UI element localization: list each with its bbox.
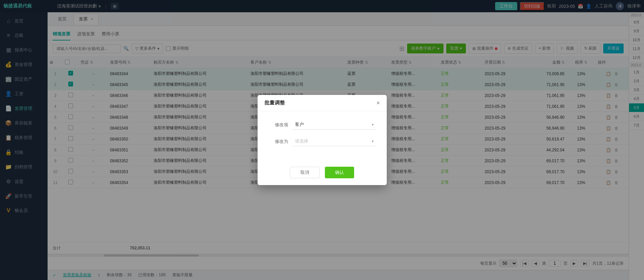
modify-to-row: 修改为 请选择 ▾ — [268, 136, 377, 146]
modify-item-chevron-icon: ▾ — [372, 122, 374, 127]
modify-item-value: 客户 — [295, 121, 304, 128]
modal-cancel-btn[interactable]: 取消 — [290, 167, 320, 178]
modify-to-select[interactable]: 请选择 ▾ — [292, 136, 377, 146]
modify-item-row: 修改项 客户 ▾ — [268, 120, 377, 130]
modal-header: 批量调整 × — [258, 95, 387, 111]
batch-adjust-modal: 批量调整 × 修改项 客户 ▾ 修改为 请选择 ▾ 取消 确认 — [258, 95, 387, 185]
modify-item-select[interactable]: 客户 ▾ — [292, 120, 377, 130]
modal-close-btn[interactable]: × — [377, 100, 380, 106]
modal-title: 批量调整 — [264, 100, 285, 106]
modal-confirm-btn[interactable]: 确认 — [325, 167, 354, 178]
modal-body: 修改项 客户 ▾ 修改为 请选择 ▾ — [258, 111, 387, 162]
modify-to-chevron-icon: ▾ — [372, 139, 374, 144]
modify-to-label: 修改为 — [268, 138, 288, 145]
modify-to-placeholder: 请选择 — [295, 138, 308, 144]
modify-label: 修改项 — [268, 122, 288, 128]
modal-footer: 取消 确认 — [258, 162, 387, 185]
modal-overlay[interactable]: 批量调整 × 修改项 客户 ▾ 修改为 请选择 ▾ 取消 确认 — [0, 0, 644, 280]
